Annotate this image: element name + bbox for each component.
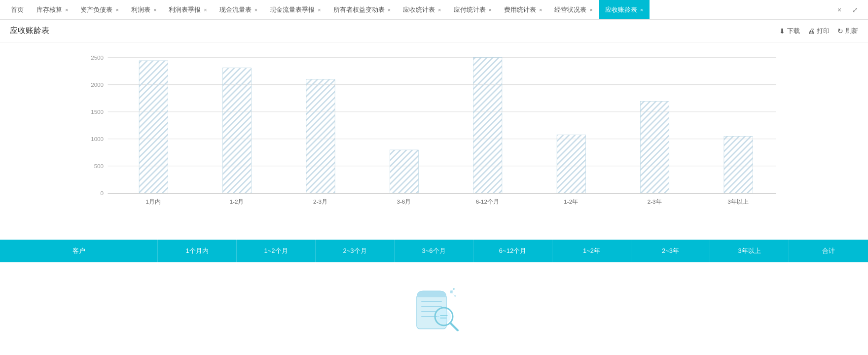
- svg-text:3-6月: 3-6月: [397, 198, 411, 205]
- close-tab-profit[interactable]: ×: [153, 7, 156, 13]
- col-header-3year-plus: 3年以上: [710, 240, 789, 262]
- svg-text:1-2月: 1-2月: [230, 198, 244, 205]
- tab-bar: 首页 库存核算 × 资产负债表 × 利润表 × 利润表季报 × 现金流量表 × …: [0, 0, 868, 20]
- col-header-2-3month: 2~3个月: [316, 240, 395, 262]
- svg-text:1月内: 1月内: [145, 198, 160, 205]
- main-content: 0 500 1000 1500 2000 2500 1月内 1-2月 2-3月: [0, 42, 868, 355]
- bar-6-12月: [473, 58, 502, 193]
- page-header: 应收账龄表 ⬇ 下载 🖨 打印 ↻ 刷新: [0, 20, 868, 42]
- close-tab-profit-quarterly[interactable]: ×: [204, 7, 207, 13]
- col-header-1-2month: 1~2个月: [237, 240, 316, 262]
- close-tab-ar-stats[interactable]: ×: [438, 7, 441, 13]
- col-header-total: 合计: [789, 240, 868, 262]
- table-header-row: 客户 1个月内 1~2个月 2~3个月 3~6个月 6~12个月 1~2年 2~…: [0, 240, 868, 262]
- refresh-button[interactable]: ↻ 刷新: [837, 27, 858, 36]
- tab-ar-stats[interactable]: 应收统计表 ×: [397, 0, 447, 20]
- print-icon: 🖨: [808, 27, 815, 35]
- maximize-window-button[interactable]: ⤢: [850, 5, 860, 15]
- bar-2-3年: [641, 102, 669, 193]
- close-tab-balance[interactable]: ×: [115, 7, 118, 13]
- tab-ap-stats[interactable]: 应付统计表 ×: [448, 0, 498, 20]
- close-tab-cashflow[interactable]: ×: [254, 7, 257, 13]
- svg-text:1500: 1500: [91, 108, 104, 115]
- tab-cashflow[interactable]: 现金流量表 ×: [214, 0, 264, 20]
- close-tab-equity[interactable]: ×: [388, 7, 391, 13]
- empty-state: [0, 262, 868, 355]
- svg-text:2500: 2500: [91, 54, 104, 61]
- bar-1-2月: [222, 68, 251, 193]
- empty-icon: [404, 282, 464, 336]
- bar-3年以上: [724, 136, 753, 193]
- close-tab-inventory[interactable]: ×: [65, 7, 68, 13]
- bar-chart: 0 500 1000 1500 2000 2500 1月内 1-2月 2-3月: [10, 52, 853, 230]
- close-tab-operations[interactable]: ×: [589, 7, 592, 13]
- tab-profit[interactable]: 利润表 ×: [125, 0, 163, 20]
- close-window-button[interactable]: ×: [834, 5, 844, 15]
- empty-illustration: [404, 282, 464, 336]
- col-header-customer: 客户: [0, 240, 158, 262]
- svg-line-30: [450, 323, 458, 330]
- bar-1-2年: [557, 135, 585, 193]
- tab-inventory[interactable]: 库存核算 ×: [31, 0, 74, 20]
- tab-home[interactable]: 首页: [4, 5, 31, 14]
- bar-2-3月: [306, 79, 335, 193]
- tab-cashflow-quarterly[interactable]: 现金流量表季报 ×: [264, 0, 327, 20]
- svg-text:1-2年: 1-2年: [564, 198, 578, 205]
- tab-ar-aging[interactable]: 应收账龄表 ×: [599, 0, 650, 20]
- bar-1月内: [139, 61, 168, 193]
- refresh-icon: ↻: [837, 27, 843, 35]
- col-header-3-6month: 3~6个月: [395, 240, 473, 262]
- close-tab-ap-stats[interactable]: ×: [489, 7, 492, 13]
- toolbar-actions: ⬇ 下载 🖨 打印 ↻ 刷新: [779, 27, 858, 36]
- svg-text:0: 0: [101, 190, 104, 196]
- close-tab-expense-stats[interactable]: ×: [539, 7, 542, 13]
- tab-balance[interactable]: 资产负债表 ×: [74, 0, 125, 20]
- chart-area: 0 500 1000 1500 2000 2500 1月内 1-2月 2-3月: [0, 42, 868, 240]
- tab-equity[interactable]: 所有者权益变动表 ×: [327, 0, 397, 20]
- tab-profit-quarterly[interactable]: 利润表季报 ×: [163, 0, 213, 20]
- col-header-2-3year: 2~3年: [631, 240, 710, 262]
- svg-line-37: [451, 292, 455, 296]
- page-title: 应收账龄表: [10, 26, 49, 36]
- svg-text:3年以上: 3年以上: [727, 198, 748, 205]
- print-button[interactable]: 🖨 打印: [808, 27, 830, 36]
- col-header-1-2year: 1~2年: [552, 240, 631, 262]
- svg-text:6-12个月: 6-12个月: [476, 198, 499, 205]
- svg-point-29: [437, 310, 451, 323]
- download-icon: ⬇: [779, 27, 785, 35]
- svg-text:1000: 1000: [91, 136, 104, 142]
- close-tab-ar-aging[interactable]: ×: [640, 7, 643, 13]
- col-header-6-12month: 6~12个月: [473, 240, 552, 262]
- col-header-1month: 1个月内: [158, 240, 237, 262]
- svg-text:500: 500: [94, 163, 104, 169]
- svg-text:2000: 2000: [91, 81, 104, 88]
- download-button[interactable]: ⬇ 下载: [779, 27, 800, 36]
- bar-3-6月: [390, 150, 418, 193]
- tab-operations[interactable]: 经营状况表 ×: [548, 0, 599, 20]
- close-tab-cashflow-quarterly[interactable]: ×: [318, 7, 321, 13]
- window-controls: × ⤢: [834, 5, 864, 15]
- svg-text:2-3月: 2-3月: [313, 198, 327, 205]
- svg-text:2-3年: 2-3年: [648, 198, 662, 205]
- tab-expense-stats[interactable]: 费用统计表 ×: [498, 0, 548, 20]
